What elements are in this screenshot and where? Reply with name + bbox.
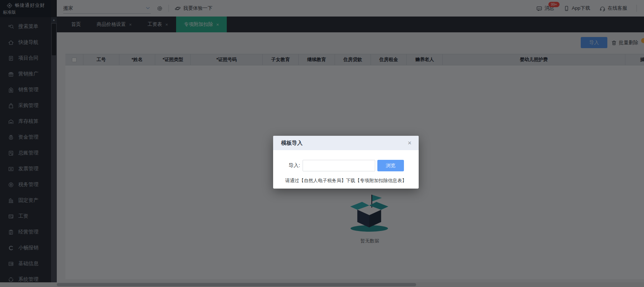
dialog-title: 模板导入 [281, 140, 303, 147]
import-field-label: 导入: [289, 162, 300, 169]
import-file-input[interactable] [303, 160, 375, 171]
dialog-hint-text: 请通过【自然人电子税务局】下载【专项附加扣除信息表】 [273, 177, 419, 184]
template-import-dialog: 模板导入 × 导入: 浏览 请通过【自然人电子税务局】下载【专项附加扣除信息表】 [273, 136, 419, 189]
dialog-header: 模板导入 × [273, 136, 419, 150]
close-icon[interactable]: × [408, 140, 411, 146]
browse-button[interactable]: 浏览 [377, 160, 404, 171]
